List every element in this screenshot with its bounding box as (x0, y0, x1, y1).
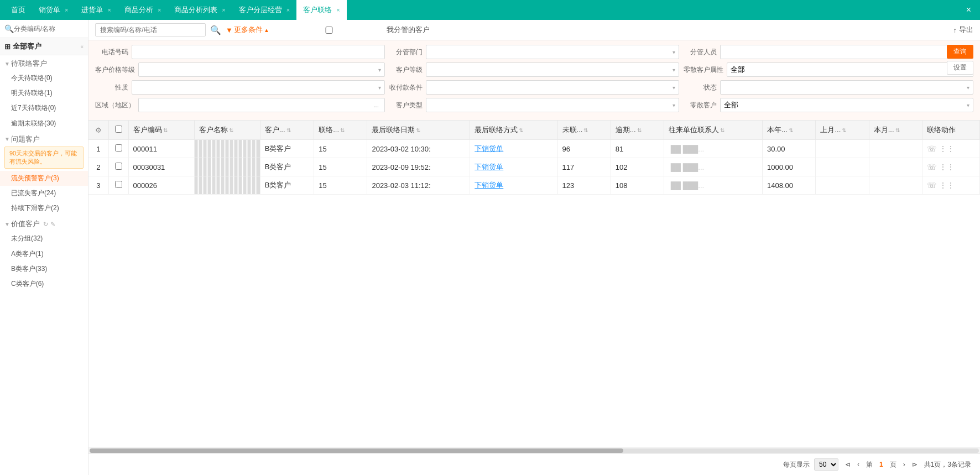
scrollbar-thumb[interactable] (90, 448, 623, 453)
row-last-method-2[interactable]: 下销货单 (470, 176, 557, 195)
nav-home[interactable]: 首页 (4, 0, 32, 20)
action-contact-icon-0[interactable]: ☏ (927, 144, 937, 153)
more-conditions-btn[interactable]: ▼ 更多条件 ▲ (226, 25, 269, 35)
sidebar-all-customers[interactable]: ⊞ 全部客户 « (0, 38, 88, 55)
col-settings-header[interactable]: ⚙ (88, 121, 108, 140)
col-contacts-header[interactable]: 联络...⇅ (314, 121, 367, 140)
dept-select[interactable]: ▾ (426, 45, 679, 59)
value-refresh-icon[interactable]: ↻ (43, 221, 48, 228)
payment-select[interactable]: ▾ (426, 80, 679, 95)
col-checkbox-header[interactable] (108, 121, 128, 140)
select-all-checkbox[interactable] (115, 126, 122, 133)
nav-customer-layer-close[interactable]: × (286, 0, 290, 20)
row-checkbox-0[interactable] (115, 144, 122, 152)
action-more-icon-0[interactable]: ⋮⋮ (939, 144, 955, 153)
sidebar-section-problem[interactable]: ▼ 问题客户 (0, 131, 88, 147)
cust-grade-select[interactable]: ▾ (426, 62, 679, 77)
cust-type-select[interactable]: ▾ (426, 98, 679, 112)
query-button[interactable]: 查询 (947, 45, 973, 59)
per-page-select[interactable]: 50 (814, 458, 838, 471)
nav-product-analysis[interactable]: 商品分析 × (118, 0, 168, 20)
row-lastmonth-0 (816, 140, 869, 158)
search-input[interactable] (95, 23, 206, 36)
nav-customer-contact[interactable]: 客户联络 × (296, 0, 346, 20)
table-settings-icon[interactable]: ⚙ (95, 126, 102, 134)
nav-purchase[interactable]: 进货单 × (75, 0, 117, 20)
action-contact-icon-1[interactable]: ☏ (927, 163, 937, 171)
horizontal-scrollbar[interactable] (88, 447, 980, 453)
phone-input[interactable] (132, 45, 385, 59)
col-type-header[interactable]: 客户...⇅ (260, 121, 314, 140)
window-close-btn[interactable]: × (962, 5, 976, 15)
my-customers-checkbox[interactable] (274, 27, 384, 34)
nav-customer-layer[interactable]: 客户分层经营 × (232, 0, 296, 20)
col-overdue-header[interactable]: 逾期...⇅ (611, 121, 664, 140)
nav-sales[interactable]: 销货单 × (32, 0, 75, 20)
sidebar-item-churn-warning[interactable]: 流失预警客户(3) (0, 171, 88, 186)
action-more-icon-1[interactable]: ⋮⋮ (939, 163, 955, 171)
last-method-link-1[interactable]: 下销货单 (475, 163, 503, 171)
row-checkbox-2[interactable] (115, 181, 122, 188)
price-grade-select[interactable]: ▾ (138, 62, 385, 77)
page-last-btn[interactable]: ⊳ (910, 460, 920, 469)
page-prev-btn[interactable]: ‹ (855, 460, 862, 469)
retail-select[interactable]: 全部 ▾ (720, 98, 973, 112)
col-nocontact-header[interactable]: 未联...⇅ (557, 121, 611, 140)
nav-customer-contact-close[interactable]: × (336, 0, 340, 20)
col-thisyear-header[interactable]: 本年...⇅ (762, 121, 815, 140)
sidebar-item-tomorrow[interactable]: 明天待联络(1) (0, 86, 88, 101)
sidebar-item-ungroup[interactable]: 未分组(32) (0, 231, 88, 246)
pagination-nav: ⊲ ‹ 第 1 页 › ⊳ 共1页，3条记录 (843, 459, 973, 471)
action-contact-icon-2[interactable]: ☏ (927, 181, 937, 190)
region-more-icon[interactable]: ... (371, 101, 381, 109)
sidebar-item-class-c[interactable]: C类客户(6) (0, 276, 88, 291)
scatter-attr-select[interactable]: 全部 ▾ (727, 62, 973, 77)
row-checkbox-cell-1[interactable] (108, 158, 128, 176)
sidebar-item-churned[interactable]: 已流失客户(24) (0, 186, 88, 201)
nav-product-close[interactable]: × (158, 0, 161, 20)
nav-product-list-close[interactable]: × (222, 0, 225, 20)
col-thismonth-header[interactable]: 本月...⇅ (869, 121, 922, 140)
nav-product-list[interactable]: 商品分析列表 × (168, 0, 232, 20)
last-method-link-2[interactable]: 下销货单 (475, 181, 503, 189)
sidebar-item-overdue[interactable]: 逾期未联络(30) (0, 116, 88, 131)
row-checkbox-1[interactable] (115, 163, 122, 170)
sidebar-item-class-a[interactable]: A类客户(1) (0, 247, 88, 262)
sidebar-item-today[interactable]: 今天待联络(0) (0, 71, 88, 86)
page-next-btn[interactable]: › (901, 460, 908, 469)
sidebar-section-pending[interactable]: ▼ 待联络客户 (0, 55, 88, 71)
row-last-method-1[interactable]: 下销货单 (470, 158, 557, 176)
col-name-header[interactable]: 客户名称⇅ (194, 121, 260, 140)
search-button[interactable]: 🔍 (210, 25, 221, 35)
nature-select[interactable]: ▾ (132, 80, 385, 95)
type-sort-icon: ⇅ (286, 127, 291, 133)
my-customers-checkbox-label[interactable]: 我分管的客户 (274, 25, 430, 35)
row-last-method-0[interactable]: 下销货单 (470, 140, 557, 158)
sidebar-search-input[interactable] (14, 25, 84, 33)
manager-select[interactable]: ... (720, 45, 973, 59)
settings-button[interactable]: 设置 (947, 61, 973, 75)
row-checkbox-cell-2[interactable] (108, 176, 128, 195)
col-lastmonth-header[interactable]: 上月...⇅ (816, 121, 869, 140)
nav-purchase-close[interactable]: × (107, 0, 111, 20)
dept-arrow-icon: ▾ (673, 49, 675, 55)
sidebar-item-7days[interactable]: 近7天待联络(0) (0, 101, 88, 116)
col-last-date-header[interactable]: 最后联络日期⇅ (367, 121, 470, 140)
sidebar-item-class-b[interactable]: B类客户(33) (0, 262, 88, 276)
grid-icon: ⊞ (4, 43, 11, 51)
region-select[interactable]: ... (138, 98, 385, 112)
nav-sales-close[interactable]: × (65, 0, 68, 20)
row-checkbox-cell-0[interactable] (108, 140, 128, 158)
sidebar-item-declining[interactable]: 持续下滑客户(2) (0, 201, 88, 216)
row-nocontact-1: 117 (557, 158, 611, 176)
col-code-header[interactable]: 客户编码⇅ (128, 121, 194, 140)
col-person-header[interactable]: 往来单位联系人⇅ (664, 121, 763, 140)
sidebar-section-value[interactable]: ▼ 价值客户 ↻ ✎ (0, 216, 88, 231)
action-more-icon-2[interactable]: ⋮⋮ (939, 181, 955, 190)
page-first-btn[interactable]: ⊲ (843, 460, 853, 469)
export-button[interactable]: ↑ 导出 (953, 25, 974, 35)
last-method-link-0[interactable]: 下销货单 (475, 144, 503, 153)
col-last-method-header[interactable]: 最后联络方式⇅ (470, 121, 557, 140)
status-select[interactable]: ▾ (720, 80, 973, 95)
value-edit-icon[interactable]: ✎ (50, 221, 55, 228)
